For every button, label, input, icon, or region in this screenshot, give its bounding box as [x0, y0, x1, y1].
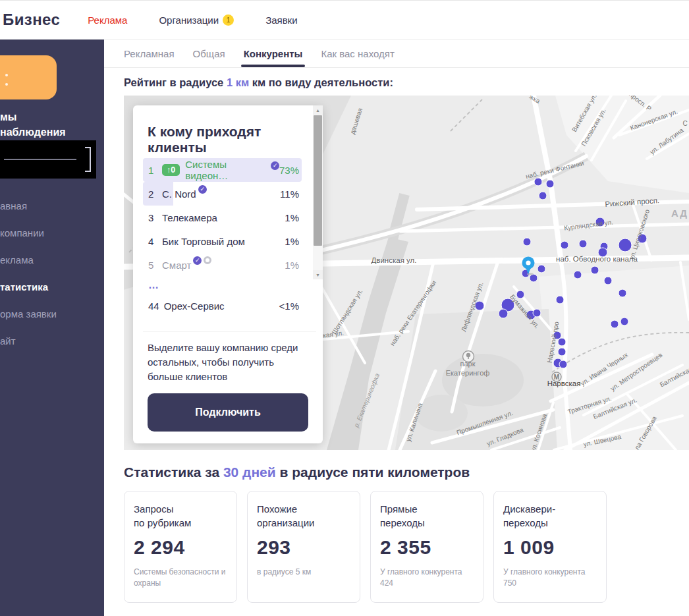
stat-card-value: 2 355: [380, 536, 474, 559]
nav-item-organizations[interactable]: Организации 1: [159, 14, 234, 26]
competitor-name: Смарт: [162, 260, 191, 271]
scrollbar-thumb[interactable]: [314, 115, 322, 246]
competitor-map-dot[interactable]: [619, 238, 632, 252]
competitor-map-dot[interactable]: [591, 266, 599, 274]
competitor-map-dot[interactable]: [523, 238, 531, 246]
company-name-line1: мы: [0, 109, 66, 125]
stat-card-subtext: в радиусе 5 км: [257, 567, 350, 578]
nav-item-requests[interactable]: Заявки: [265, 14, 297, 26]
stat-card-label: Прямые переходы: [380, 502, 474, 530]
nav-item-ads[interactable]: Реклама: [88, 14, 127, 26]
competitor-map-dot[interactable]: [546, 180, 554, 188]
list-ellipsis[interactable]: …: [143, 277, 302, 294]
inactive-circle-icon: [204, 256, 211, 264]
metro-station-label: Нарвская: [547, 379, 581, 387]
competitor-row[interactable]: 5Смарт✓1%: [143, 253, 302, 277]
stat-card-value: 293: [257, 536, 350, 559]
competitor-name: C. Nord: [162, 188, 196, 200]
company-logo-tile[interactable]: [0, 55, 57, 99]
competitor-share: 1%: [285, 236, 299, 247]
stat-card: Похожие организации293в радиусе 5 км: [247, 491, 360, 603]
stat-card: Запросы по рубрикам2 294Системы безопасн…: [124, 491, 237, 603]
competitor-share: 1%: [285, 212, 299, 223]
competitor-rank: 3: [148, 212, 157, 223]
scrollbar-up-arrow[interactable]: ▲: [313, 105, 323, 115]
notification-badge: 1: [223, 14, 234, 26]
competitor-map-dot[interactable]: [533, 309, 541, 317]
map-street-label: Двинская ул.: [372, 256, 417, 264]
tab-inactive[interactable]: Общая: [193, 40, 225, 67]
tab-inactive[interactable]: Как вас находят: [321, 40, 394, 67]
stat-card-value: 1 009: [503, 536, 597, 559]
rating-heading-suffix: км по виду деятельности:: [252, 76, 393, 88]
nav-item-organizations-label: Организации: [159, 14, 219, 26]
sidebar-item[interactable]: еклама: [0, 254, 57, 266]
sidebar: мы наблюдения авнаякомпанииекламататисти…: [0, 40, 104, 616]
map[interactable]: МНарвскаянаб. реки ФонтанкиВитебская ул.…: [124, 96, 689, 450]
competitor-row[interactable]: 3Телекамера1%: [143, 206, 302, 229]
sidebar-item[interactable]: орма заявки: [0, 308, 57, 320]
map-street-label: АД: [671, 208, 688, 219]
list-scrollbar[interactable]: ▲ ▼: [313, 105, 323, 279]
sidebar-item[interactable]: авная: [0, 200, 57, 211]
stat-card: Прямые переходы2 355У главного конкурент…: [370, 491, 483, 603]
competitor-map-dot[interactable]: [611, 320, 619, 328]
competitor-map-dot[interactable]: [620, 318, 628, 325]
stats-heading-suffix: в радиусе пяти километров: [280, 464, 470, 480]
stat-card-subtext: Системы безопасности и охраны: [134, 567, 227, 589]
verified-icon: ✓: [193, 256, 202, 265]
stat-card-label: Похожие организации: [257, 502, 350, 530]
stat-card-subtext: У главного конкурента 750: [503, 567, 597, 589]
competitor-rank: 1: [148, 165, 157, 176]
competitor-map-dot[interactable]: [499, 309, 508, 318]
competitor-share: <1%: [279, 300, 299, 312]
competitor-row[interactable]: 4Бик Торговый дом1%: [143, 229, 302, 253]
competitor-row[interactable]: 1↑0Системы видеон…✓73%: [143, 158, 302, 182]
competitor-row[interactable]: 2C. Nord✓11%: [143, 182, 302, 206]
scrollbar-down-arrow[interactable]: ▼: [313, 270, 323, 279]
rank-change-badge: ↑0: [162, 164, 180, 176]
competitor-name: Орех-Сервис: [164, 300, 225, 312]
map-street-label: Екатерингоф: [446, 369, 490, 377]
stats-heading: Статистика за 30 дней в радиусе пяти кил…: [124, 464, 689, 480]
main-content: РекламнаяОбщаяКонкурентыКак вас находят …: [104, 40, 689, 603]
stats-tabs: РекламнаяОбщаяКонкурентыКак вас находят: [104, 40, 689, 68]
sidebar-menu: авнаякомпанииекламататистикаорма заявкиа…: [0, 200, 57, 347]
competitor-map-dot[interactable]: [558, 348, 566, 356]
competitor-map-dot[interactable]: [561, 241, 568, 249]
competitor-map-dot[interactable]: [539, 192, 547, 200]
sidebar-item[interactable]: компании: [0, 227, 57, 238]
competitor-map-dot[interactable]: [574, 271, 582, 279]
sidebar-item[interactable]: татистика: [0, 281, 57, 293]
rating-heading: Рейтинг в радиусе 1 км км по виду деятел…: [124, 76, 689, 89]
sidebar-item[interactable]: айт: [0, 335, 57, 347]
stat-card-subtext: У главного конкурента 424: [380, 567, 474, 589]
nav-item-requests-label: Заявки: [265, 14, 297, 26]
tab-active[interactable]: Конкуренты: [244, 40, 303, 67]
competitors-list: 1↑0Системы видеон…✓73%2C. Nord✓11%3Телек…: [143, 158, 316, 332]
competitor-rank: 2: [148, 188, 157, 200]
tab-inactive[interactable]: Рекламная: [124, 40, 175, 67]
period-selector-link[interactable]: 30 дней: [223, 464, 276, 480]
competitor-map-dot[interactable]: [559, 360, 567, 368]
connect-button[interactable]: Подключить: [148, 393, 308, 432]
competitor-map-dot[interactable]: [604, 277, 612, 285]
competitor-map-dot[interactable]: [537, 265, 545, 273]
map-street-label: парк: [460, 360, 475, 368]
verified-icon: ✓: [198, 185, 207, 194]
main-nav: Реклама Организации 1 Заявки: [88, 14, 297, 26]
stats-heading-prefix: Статистика за: [124, 464, 219, 480]
competitor-map-dot[interactable]: [619, 289, 626, 297]
competitors-card-title: К кому приходят клиенты: [148, 124, 308, 155]
app-logo[interactable]: Бизнес: [3, 11, 60, 29]
competitor-map-dot[interactable]: [556, 296, 564, 304]
competitor-map-dot[interactable]: [579, 240, 587, 248]
map-street-label: наб. Обводного канала: [556, 255, 638, 263]
competitor-share: 1%: [285, 260, 299, 271]
company-name-line2: наблюдения: [0, 125, 66, 140]
redacted-address-block: [0, 140, 96, 179]
competitor-map-dot[interactable]: [534, 178, 542, 186]
competitor-row[interactable]: 44Орех-Сервис<1%: [143, 294, 302, 318]
radius-selector-link[interactable]: 1 км: [227, 76, 249, 88]
competitor-map-dot[interactable]: [558, 338, 566, 346]
